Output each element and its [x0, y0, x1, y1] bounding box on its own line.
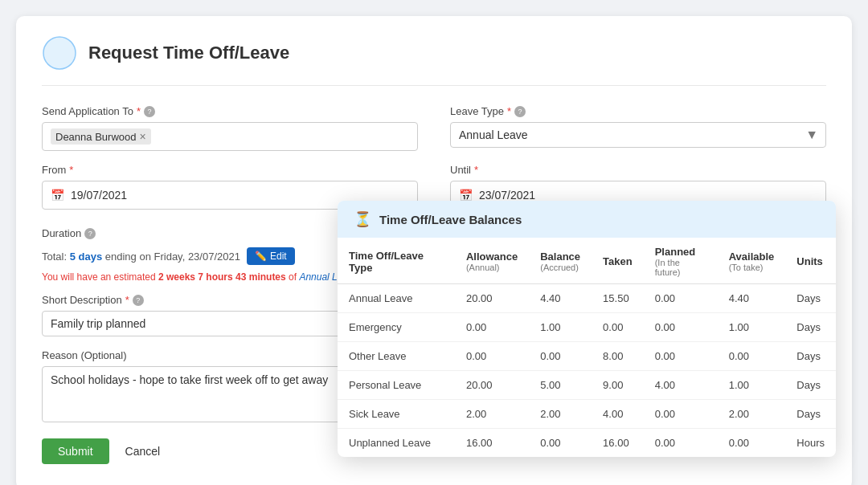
table-row: Unplanned Leave 16.00 0.00 16.00 0.00 0.…	[338, 429, 836, 458]
col-balance: Balance (Accrued)	[529, 238, 592, 284]
cell-type: Other Leave	[338, 342, 455, 371]
leave-type-select-wrapper: Annual Leave Sick Leave Personal Leave E…	[450, 122, 826, 148]
until-calendar-icon: 📅	[459, 189, 473, 202]
cell-allowance: 0.00	[455, 342, 529, 371]
cell-taken: 15.50	[592, 284, 644, 313]
cell-balance: 0.00	[529, 342, 592, 371]
estimated-duration: 2 weeks 7 hours 43 minutes	[158, 271, 286, 283]
cell-available: 1.00	[718, 371, 786, 400]
cell-available: 4.40	[718, 284, 786, 313]
col-available: Available (To take)	[718, 238, 786, 284]
cell-taken: 9.00	[592, 371, 644, 400]
cell-available: 1.00	[718, 313, 786, 342]
overlay-panel: ⏳ Time Off/Leave Balances Time Off/Leave…	[338, 201, 836, 457]
from-label: From *	[42, 164, 418, 176]
cell-balance: 5.00	[529, 371, 592, 400]
cell-type: Unplanned Leave	[338, 429, 455, 458]
cell-type: Emergency	[338, 313, 455, 342]
submit-button[interactable]: Submit	[42, 438, 109, 464]
leave-type-select[interactable]: Annual Leave Sick Leave Personal Leave E…	[450, 122, 826, 148]
cell-units: Hours	[785, 429, 836, 458]
send-application-group: Send Application To * ? Deanna Burwood ×	[42, 105, 418, 151]
cell-units: Days	[785, 342, 836, 371]
leave-type-help-icon[interactable]: ?	[514, 106, 526, 117]
form-right: Leave Type * ? Annual Leave Sick Leave P…	[450, 105, 826, 164]
required-star-2: *	[507, 105, 511, 117]
duration-highlight: 5 days	[70, 251, 102, 263]
col-type: Time Off/Leave Type	[338, 238, 455, 284]
page-icon: 🏖️	[42, 35, 77, 71]
short-desc-help-icon[interactable]: ?	[133, 295, 144, 306]
recipient-tag: Deanna Burwood ×	[51, 128, 151, 145]
table-row: Personal Leave 20.00 5.00 9.00 4.00 1.00…	[338, 371, 836, 400]
col-planned: Planned (In the future)	[644, 238, 718, 284]
duration-text: Total: 5 days ending on Friday, 23/07/20…	[42, 251, 240, 263]
col-taken: Taken	[592, 238, 644, 284]
send-application-help-icon[interactable]: ?	[144, 106, 155, 117]
cell-taken: 8.00	[592, 342, 644, 371]
cell-planned: 0.00	[644, 342, 718, 371]
cell-units: Days	[785, 284, 836, 313]
leave-type-label: Leave Type * ?	[450, 105, 826, 117]
cell-units: Days	[785, 400, 836, 429]
cell-available: 0.00	[718, 342, 786, 371]
table-row: Annual Leave 20.00 4.40 15.50 0.00 4.40 …	[338, 284, 836, 313]
from-date-field[interactable]	[71, 189, 409, 202]
cell-allowance: 20.00	[455, 284, 529, 313]
short-desc-input[interactable]	[42, 311, 347, 336]
cell-units: Days	[785, 371, 836, 400]
page-header: 🏖️ Request Time Off/Leave	[42, 35, 826, 86]
cancel-button[interactable]: Cancel	[117, 438, 169, 464]
required-star: *	[137, 105, 141, 117]
cell-allowance: 16.00	[455, 429, 529, 458]
cell-planned: 0.00	[644, 400, 718, 429]
overlay-table-body: Annual Leave 20.00 4.40 15.50 0.00 4.40 …	[338, 284, 836, 458]
table-header-row: Time Off/Leave Type Allowance (Annual) B…	[338, 238, 836, 284]
table-row: Other Leave 0.00 0.00 8.00 0.00 0.00 Day…	[338, 342, 836, 371]
until-date-field[interactable]	[479, 189, 817, 202]
cell-taken: 16.00	[592, 429, 644, 458]
overlay-header: ⏳ Time Off/Leave Balances	[338, 201, 836, 238]
cell-type: Annual Leave	[338, 284, 455, 313]
svg-point-0	[43, 37, 76, 69]
edit-button[interactable]: ✏️ Edit	[247, 247, 295, 265]
edit-icon: ✏️	[255, 251, 267, 262]
col-units: Units	[785, 238, 836, 284]
cell-allowance: 2.00	[455, 400, 529, 429]
duration-label: Duration ?	[42, 227, 96, 239]
leave-type-group: Leave Type * ? Annual Leave Sick Leave P…	[450, 105, 826, 148]
cell-balance: 0.00	[529, 429, 592, 458]
table-row: Sick Leave 2.00 2.00 4.00 0.00 2.00 Days	[338, 400, 836, 429]
cell-balance: 1.00	[529, 313, 592, 342]
table-row: Emergency 0.00 1.00 0.00 0.00 1.00 Days	[338, 313, 836, 342]
cell-type: Sick Leave	[338, 400, 455, 429]
form-left: Send Application To * ? Deanna Burwood ×	[42, 105, 418, 164]
cell-balance: 4.40	[529, 284, 592, 313]
short-desc-required: *	[125, 294, 129, 306]
cell-planned: 0.00	[644, 429, 718, 458]
hourglass-icon: ⏳	[354, 210, 371, 228]
cell-planned: 0.00	[644, 313, 718, 342]
page-title: Request Time Off/Leave	[88, 43, 289, 63]
cell-allowance: 0.00	[455, 313, 529, 342]
overlay-table: Time Off/Leave Type Allowance (Annual) B…	[338, 238, 836, 457]
send-application-label: Send Application To * ?	[42, 105, 418, 117]
tag-remove-icon[interactable]: ×	[139, 130, 145, 143]
cell-type: Personal Leave	[338, 371, 455, 400]
reason-textarea[interactable]: School holidays - hope to take first wee…	[42, 366, 347, 422]
until-label: Until *	[450, 164, 826, 176]
send-application-input[interactable]: Deanna Burwood ×	[42, 122, 418, 151]
duration-help-icon[interactable]: ?	[84, 228, 96, 239]
main-card: 🏖️ Request Time Off/Leave Send Applicati…	[16, 16, 852, 485]
cell-taken: 4.00	[592, 400, 644, 429]
cell-available: 0.00	[718, 429, 786, 458]
cell-planned: 0.00	[644, 284, 718, 313]
cell-planned: 4.00	[644, 371, 718, 400]
cell-available: 2.00	[718, 400, 786, 429]
overlay-title: Time Off/Leave Balances	[379, 213, 522, 226]
col-allowance: Allowance (Annual)	[455, 238, 529, 284]
cell-balance: 2.00	[529, 400, 592, 429]
cell-units: Days	[785, 313, 836, 342]
cell-taken: 0.00	[592, 313, 644, 342]
form-grid: Send Application To * ? Deanna Burwood ×…	[42, 105, 826, 164]
